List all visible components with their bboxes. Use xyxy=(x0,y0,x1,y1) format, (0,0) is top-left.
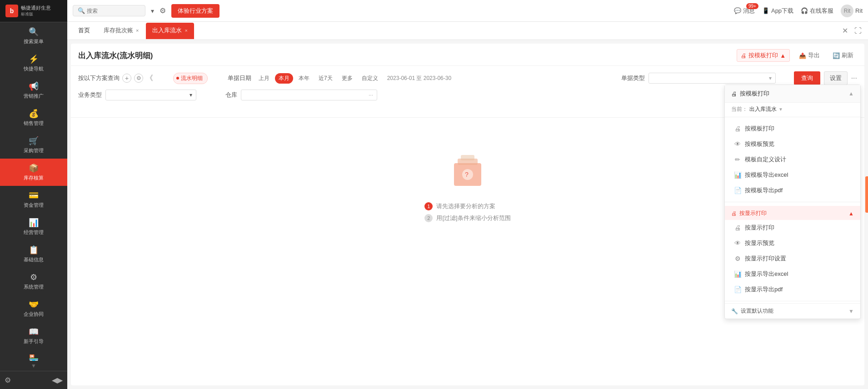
sidebar-item-quicknav[interactable]: ⚡ 快捷导航 xyxy=(0,50,67,77)
sidebar-item-inventory[interactable]: 📦 库存核算 xyxy=(0,159,67,186)
topbar-dropdown-arrow[interactable]: ▾ xyxy=(149,7,156,15)
tabs-bar: 首页 库存批次账 × 出入库流水 × ✕ ⛶ xyxy=(67,22,868,40)
date-tab-this-month[interactable]: 本月 xyxy=(275,73,293,84)
warehouse-more-icon[interactable]: ··· xyxy=(369,92,373,98)
system-icon: ⚙ xyxy=(30,272,37,282)
inventory-icon: 📦 xyxy=(29,163,39,173)
print-arrow-up-icon: ▲ xyxy=(780,52,786,59)
business-type-input[interactable]: ▾ xyxy=(105,90,196,100)
date-tab-last-month[interactable]: 上月 xyxy=(255,73,273,84)
message-btn[interactable]: 💬 消息 99+ xyxy=(734,7,755,15)
sidebar-item-sales[interactable]: 💰 销售管理 xyxy=(0,104,67,131)
app-logo-icon: b xyxy=(5,5,18,17)
display-print-icon: 🖨 xyxy=(731,210,737,217)
display-settings-item[interactable]: ⚙ 按显示打印设置 xyxy=(725,251,860,266)
side-orange-bar xyxy=(865,176,868,213)
date-tab-custom[interactable]: 自定义 xyxy=(358,73,382,84)
date-tab-more[interactable]: 更多 xyxy=(338,73,356,84)
solution-button[interactable]: 体验行业方案 xyxy=(171,4,219,18)
set-default-btn[interactable]: 🔧 设置默认功能 xyxy=(731,307,773,315)
filter-dot xyxy=(176,77,179,80)
step-2-num: 2 xyxy=(424,214,433,222)
warehouse-input[interactable]: ··· xyxy=(241,90,377,100)
display-settings-icon: ⚙ xyxy=(734,255,741,262)
template-print-item[interactable]: 🖨 按模板打印 xyxy=(725,121,860,136)
date-range-label: 2023-06-01 至 2023-06-30 xyxy=(387,75,451,82)
template-preview-item[interactable]: 👁 按模板预览 xyxy=(725,136,860,152)
display-pdf-item[interactable]: 📄 按显示导出pdf xyxy=(725,282,860,297)
display-excel-item[interactable]: 📊 按显示导出excel xyxy=(725,266,860,282)
svg-text:?: ? xyxy=(465,171,469,178)
tab-flow-close[interactable]: × xyxy=(185,28,187,33)
export-btn[interactable]: 📤 导出 xyxy=(795,50,823,61)
sidebar-item-operations[interactable]: 📊 经营管理 xyxy=(0,213,67,240)
excel-icon: 📊 xyxy=(734,171,741,179)
page-content: 出入库流水(流水明细) 🖨 按模板打印 ▲ 📤 导出 🔄 xyxy=(67,40,868,389)
settings-button[interactable]: 设置 xyxy=(824,71,848,85)
tab-flow[interactable]: 出入库流水 × xyxy=(146,23,194,39)
display-excel-icon: 📊 xyxy=(734,270,741,278)
warehouse-field: 仓库 ··· xyxy=(225,90,377,100)
sidebar-scroll-down[interactable]: ▼ xyxy=(0,361,67,371)
print-template-btn[interactable]: 🖨 按模板打印 ▲ xyxy=(737,49,790,62)
sidebar-item-collab[interactable]: 🤝 企业协同 xyxy=(0,295,67,322)
page-title: 出入库流水(流水明细) xyxy=(78,50,153,61)
tab-maximize-btn[interactable]: ⛶ xyxy=(853,25,863,37)
more-button[interactable]: ··· xyxy=(851,71,857,85)
topbar-right-area: 💬 消息 99+ 📱 App下载 🎧 在线客服 Rit Rit xyxy=(734,5,863,17)
sidebar-item-purchase[interactable]: 🛒 采购管理 xyxy=(0,131,67,159)
tab-batch[interactable]: 库存批次账 × xyxy=(97,23,145,39)
display-preview-item[interactable]: 👁 按显示预览 xyxy=(725,235,860,251)
export-icon: 📤 xyxy=(799,52,806,59)
doctype-select[interactable]: ▾ xyxy=(649,73,776,84)
template-custom-item[interactable]: ✏ 模板自定义设计 xyxy=(725,152,860,167)
dropdown-panel-collapse-icon[interactable]: ▲ xyxy=(848,90,854,97)
sidebar-item-guide[interactable]: 📖 新手引导 xyxy=(0,322,67,349)
sidebar-item-system[interactable]: ⚙ 系统管理 xyxy=(0,268,67,295)
tab-close-all-btn[interactable]: ✕ xyxy=(840,25,850,37)
business-type-arrow: ▾ xyxy=(190,92,192,98)
query-button[interactable]: 查询 xyxy=(794,71,820,85)
display-print-item[interactable]: 🖨 按显示打印 xyxy=(725,220,860,235)
filter-row-1: 按以下方案查询 + ⚙ 《 流水明细 xyxy=(78,71,857,85)
sidebar-settings-btn[interactable]: ⚙ xyxy=(5,376,11,384)
filter-label: 按以下方案查询 xyxy=(78,74,120,82)
date-tab-this-year[interactable]: 本年 xyxy=(295,73,313,84)
template-pdf-item[interactable]: 📄 按模板导出pdf xyxy=(725,183,860,198)
topbar-settings-icon[interactable]: ⚙ xyxy=(160,6,166,15)
user-avatar-btn[interactable]: Rit Rit xyxy=(841,5,863,17)
customer-service-btn[interactable]: 🎧 在线客服 xyxy=(801,7,833,15)
sidebar-item-finance[interactable]: 💳 资金管理 xyxy=(0,186,67,213)
dropdown-divider-2 xyxy=(725,202,860,202)
preview-icon: 👁 xyxy=(734,140,741,148)
appstore-icon: 🏪 xyxy=(29,354,39,361)
search-icon: 🔍 xyxy=(29,27,39,37)
app-download-btn[interactable]: 📱 App下载 xyxy=(762,7,793,15)
svg-rect-2 xyxy=(461,155,474,160)
sidebar-collapse-btn[interactable]: ◀▶ xyxy=(52,376,63,384)
footer-dropdown-arrow[interactable]: ▼ xyxy=(848,308,854,314)
sidebar-item-appstore[interactable]: 🏪 应用中心 xyxy=(0,349,67,361)
tab-home[interactable]: 首页 xyxy=(72,23,96,39)
sidebar-item-marketing[interactable]: 📢 营销推广 xyxy=(0,77,67,104)
dropdown-footer[interactable]: 🔧 设置默认功能 ▼ xyxy=(725,303,860,319)
doctype-dropdown-arrow: ▾ xyxy=(769,75,772,81)
filter-add-btn[interactable]: + xyxy=(122,74,131,83)
refresh-btn[interactable]: 🔄 刷新 xyxy=(829,50,857,61)
tab-batch-close[interactable]: × xyxy=(136,28,139,33)
finance-icon: 💳 xyxy=(29,190,39,200)
search-input[interactable] xyxy=(87,8,132,14)
date-tab-last-7[interactable]: 近7天 xyxy=(315,73,336,84)
topbar-search-box[interactable]: 🔍 xyxy=(73,5,145,16)
active-filter-tag[interactable]: 流水明细 xyxy=(173,73,208,84)
filter-collapse-arrows-btn[interactable]: 《 xyxy=(146,74,153,83)
sidebar-item-basics[interactable]: 📋 基础信息 xyxy=(0,240,67,268)
printer-panel-icon: 🖨 xyxy=(731,90,737,97)
topbar-search-icon: 🔍 xyxy=(78,7,85,14)
current-indicator: 当前： 出入库流水 ▼ xyxy=(725,103,860,115)
filter-settings-btn[interactable]: ⚙ xyxy=(134,74,143,83)
display-section-collapse-icon[interactable]: ▲ xyxy=(848,210,854,217)
template-excel-item[interactable]: 📊 按模板导出excel xyxy=(725,167,860,183)
current-dropdown-arrow[interactable]: ▼ xyxy=(778,107,783,112)
sidebar-item-search[interactable]: 🔍 搜索菜单 xyxy=(0,22,67,50)
